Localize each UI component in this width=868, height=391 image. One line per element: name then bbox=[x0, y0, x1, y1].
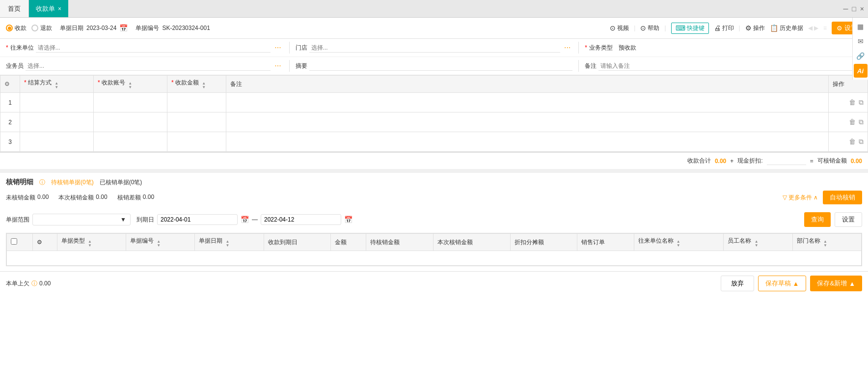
radio-refund[interactable]: 退款 bbox=[31, 24, 52, 32]
gear-icon: ⚙ bbox=[837, 25, 842, 32]
partner-input[interactable] bbox=[36, 43, 271, 53]
bottom-table-gear-icon[interactable]: ⚙ bbox=[37, 239, 42, 246]
sort-doc-date[interactable]: ▲▼ bbox=[226, 240, 230, 248]
th-sales-order: 销售订单 bbox=[577, 234, 634, 251]
footer-prev: 本单上欠 ⓘ 0.00 bbox=[6, 279, 51, 288]
sort-settle-icon[interactable]: ▲▼ bbox=[54, 82, 58, 89]
select-all-checkbox[interactable] bbox=[11, 238, 17, 245]
row-3-copy-icon[interactable]: ⧉ bbox=[859, 138, 864, 146]
th-settings[interactable]: ⚙ bbox=[0, 76, 20, 93]
shortcut-icon: ⌨ bbox=[676, 24, 685, 32]
shop-more-btn[interactable]: ··· bbox=[562, 43, 572, 52]
row-1-delete-icon[interactable]: 🗑 bbox=[849, 98, 856, 107]
row-2-delete-icon[interactable]: 🗑 bbox=[849, 118, 856, 126]
doc-number-field-group: 单据编号 SK-20230324-001 bbox=[136, 24, 210, 32]
verification-header: 核销明细 ⓘ 待核销单据(0笔) 已核销单据(0笔) bbox=[6, 178, 862, 187]
partner-field: * 往来单位 ··· bbox=[6, 43, 283, 53]
tab-bar: 首页 收款单 × ─ □ × bbox=[0, 0, 868, 18]
shop-input[interactable] bbox=[309, 43, 560, 53]
table-row: 3 🗑 ⧉ bbox=[0, 132, 868, 152]
row-3-delete-icon[interactable]: 🗑 bbox=[849, 138, 856, 146]
th-staff: 员工名称 ▲▼ bbox=[724, 234, 792, 251]
close-btn[interactable]: × bbox=[860, 5, 864, 13]
sort-partner[interactable]: ▲▼ bbox=[677, 240, 680, 248]
table-setting-btn[interactable]: 设置 bbox=[835, 212, 862, 227]
pending-tab[interactable]: 待核销单据(0笔) bbox=[51, 178, 94, 187]
current-stat: 本次核销金额 0.00 bbox=[58, 194, 107, 202]
sidebar-table-icon[interactable]: ▦ bbox=[854, 20, 868, 33]
op-btn[interactable]: ⚙ 操作 bbox=[745, 24, 765, 32]
tab-receipt[interactable]: 收款单 × bbox=[29, 0, 68, 17]
sort-account-icon[interactable]: ▲▼ bbox=[128, 82, 132, 89]
staff-input[interactable] bbox=[26, 61, 271, 71]
cal-from-icon[interactable]: 📅 bbox=[241, 216, 249, 223]
section-divider bbox=[0, 169, 868, 173]
minimize-btn[interactable]: ─ bbox=[843, 5, 848, 13]
remark-field: 备注 bbox=[585, 61, 862, 71]
sort-amount-icon[interactable]: ▲▼ bbox=[202, 82, 206, 89]
chevron-up-icon: ∧ bbox=[814, 194, 818, 201]
form-row-1: * 往来单位 ··· 门店 ··· * 业务类型 预收款 ▼ bbox=[0, 39, 868, 57]
date-from-input[interactable] bbox=[157, 214, 238, 225]
receipt-type-group: 收款 退款 bbox=[6, 24, 52, 32]
verification-section: 核销明细 ⓘ 待核销单据(0笔) 已核销单据(0笔) 未核销金额 0.00 本次… bbox=[0, 173, 868, 271]
th-gear[interactable]: ⚙ bbox=[33, 234, 57, 251]
more-conditions-btn[interactable]: ▽ 更多条件 ∧ bbox=[783, 194, 818, 202]
save-dropdown-icon[interactable]: ▲ bbox=[849, 280, 855, 287]
maximize-btn[interactable]: □ bbox=[852, 5, 856, 13]
staff-more-btn[interactable]: ··· bbox=[272, 61, 283, 70]
row-2-copy-icon[interactable]: ⧉ bbox=[859, 118, 864, 126]
cal-to-icon[interactable]: 📅 bbox=[344, 216, 353, 223]
done-tab[interactable]: 已核销单据(0笔) bbox=[100, 178, 142, 187]
discount-label: 现金折扣: bbox=[737, 157, 762, 165]
table-row: 2 🗑 ⧉ bbox=[0, 112, 868, 132]
table-gear-icon[interactable]: ⚙ bbox=[4, 81, 10, 87]
help-btn[interactable]: ⊙ 帮助 bbox=[640, 24, 659, 32]
date-to-input[interactable] bbox=[261, 214, 341, 225]
window-controls: ─ □ × bbox=[843, 5, 868, 13]
sort-staff[interactable]: ▲▼ bbox=[755, 240, 759, 248]
partner-more-btn[interactable]: ··· bbox=[272, 43, 283, 52]
sidebar-ai-icon[interactable]: Ai bbox=[854, 64, 868, 78]
print-btn[interactable]: 🖨 打印 bbox=[714, 24, 734, 32]
form-divider-2 bbox=[578, 42, 579, 54]
shortcut-btn[interactable]: ⌨ 快捷键 bbox=[671, 23, 709, 34]
tab-close-icon[interactable]: × bbox=[58, 5, 61, 12]
range-select[interactable]: ▼ bbox=[32, 214, 131, 225]
date-picker-icon[interactable]: 📅 bbox=[119, 24, 128, 32]
th-dept: 部门名称 ▲▼ bbox=[792, 234, 861, 251]
draft-dropdown-icon[interactable]: ▲ bbox=[793, 280, 799, 287]
filter-icon: ▽ bbox=[783, 194, 787, 201]
sidebar-email-icon[interactable]: ✉ bbox=[854, 34, 868, 48]
radio-receipt-circle bbox=[6, 25, 13, 31]
info-icon[interactable]: ⓘ bbox=[39, 178, 45, 187]
remark-input[interactable] bbox=[598, 61, 862, 71]
empty-row bbox=[7, 251, 862, 266]
video-btn[interactable]: ⊙ 视频 bbox=[610, 24, 629, 32]
info-icon-footer[interactable]: ⓘ bbox=[31, 279, 37, 288]
data-table-wrap: ⚙ * 结算方式 ▲▼ * 收款账号 ▲▼ * 收款金额 bbox=[0, 75, 868, 152]
footer: 本单上欠 ⓘ 0.00 放弃 保存草稿 ▲ 保存&新增 ▲ bbox=[0, 271, 868, 295]
save-new-btn[interactable]: 保存&新增 ▲ bbox=[810, 276, 862, 291]
sort-doc-num[interactable]: ▲▼ bbox=[157, 240, 161, 248]
th-checkbox[interactable] bbox=[7, 234, 33, 251]
summary-row: 收款合计 0.00 + 现金折扣: = 可核销金额 0.00 bbox=[0, 152, 868, 169]
sort-dept[interactable]: ▲▼ bbox=[823, 240, 827, 248]
summary-input[interactable] bbox=[309, 61, 573, 71]
abandon-btn[interactable]: 放弃 bbox=[721, 276, 754, 291]
tab-home[interactable]: 首页 bbox=[0, 0, 29, 17]
sidebar-link-icon[interactable]: 🔗 bbox=[854, 49, 868, 63]
query-btn[interactable]: 查询 bbox=[804, 212, 831, 227]
save-draft-btn[interactable]: 保存草稿 ▲ bbox=[758, 276, 807, 291]
discount-input[interactable] bbox=[767, 157, 806, 165]
th-doc-type: 单据类型 ▲▼ bbox=[57, 234, 126, 251]
summary-field: 摘要 bbox=[296, 61, 573, 71]
radio-receipt[interactable]: 收款 bbox=[6, 24, 27, 32]
date-filter-group: 到期日 📅 — 📅 bbox=[136, 214, 353, 225]
auto-verify-btn[interactable]: 自动核销 bbox=[823, 191, 862, 204]
history-btn[interactable]: 📋 历史单据 bbox=[770, 24, 803, 32]
sort-doc-type[interactable]: ▲▼ bbox=[88, 240, 92, 248]
th-amount: * 收款金额 ▲▼ bbox=[167, 76, 226, 93]
th-amount: 金额 bbox=[330, 234, 366, 251]
row-1-copy-icon[interactable]: ⧉ bbox=[859, 98, 864, 107]
